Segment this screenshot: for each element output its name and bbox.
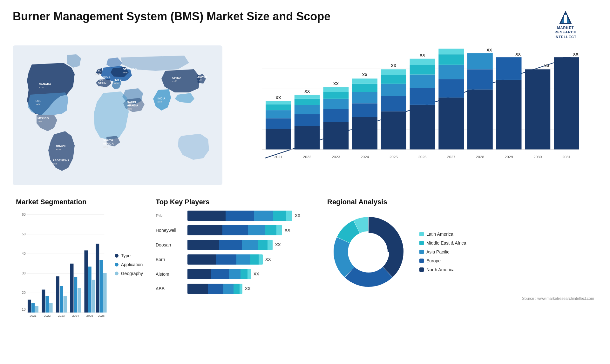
player-row-born: Born XX: [156, 254, 315, 265]
svg-text:xx%: xx%: [123, 71, 127, 74]
map-label-uk: U.K.: [95, 69, 101, 72]
reg-dot-na: [419, 267, 424, 272]
player-bar-wrap-pilz: XX: [187, 211, 315, 221]
svg-rect-109: [45, 296, 49, 313]
map-svg: CANADA xx% U.S. xx% MEXICO xx% BRAZIL xx…: [13, 45, 222, 185]
legend-application: Application: [115, 262, 143, 267]
map-label-italy: ITALY: [114, 78, 122, 82]
svg-text:XX: XX: [333, 82, 339, 86]
svg-text:XX: XX: [304, 89, 310, 94]
svg-text:xx%: xx%: [114, 82, 119, 85]
player-bar-wrap-alstom: XX: [187, 269, 315, 279]
svg-rect-57: [381, 96, 406, 111]
svg-text:xx%: xx%: [197, 79, 202, 82]
segmentation-section: Market Segmentation 60 50 40 30 20 10: [13, 195, 146, 328]
player-bar-pilz: [187, 211, 292, 221]
segmentation-legend: Type Application Geography: [112, 211, 143, 319]
svg-text:xx%: xx%: [56, 148, 61, 151]
svg-rect-78: [467, 69, 493, 89]
svg-text:2022: 2022: [303, 155, 311, 159]
reg-dot-europe: [419, 259, 424, 263]
svg-text:xx%: xx%: [39, 86, 44, 89]
svg-text:xx%: xx%: [37, 120, 42, 123]
svg-text:xx%: xx%: [158, 100, 162, 103]
logo-text: MARKET RESEARCH INTELLECT: [554, 25, 577, 39]
svg-rect-125: [99, 260, 103, 313]
svg-rect-116: [70, 264, 74, 313]
svg-rect-30: [266, 110, 291, 118]
player-name-pilz: Pilz: [156, 213, 184, 218]
svg-rect-120: [84, 250, 88, 313]
svg-rect-46: [323, 87, 349, 92]
svg-text:2024: 2024: [361, 155, 369, 159]
svg-text:2028: 2028: [476, 155, 485, 159]
svg-rect-50: [352, 103, 377, 117]
reg-dot-mea: [419, 241, 424, 245]
players-section: Top Key Players Pilz XX Honeywell: [152, 195, 318, 328]
map-label-spain: SPAIN: [98, 82, 106, 85]
svg-rect-89: [554, 57, 579, 149]
player-value-honeywell: XX: [285, 228, 290, 233]
map-label-canada: CANADA: [39, 83, 51, 86]
svg-rect-37: [295, 105, 320, 114]
world-map: CANADA xx% U.S. xx% MEXICO xx% BRAZIL xx…: [13, 45, 222, 185]
svg-text:XX: XX: [391, 64, 396, 68]
svg-rect-122: [92, 280, 95, 313]
svg-text:xx%: xx%: [98, 85, 103, 88]
svg-rect-113: [60, 286, 63, 313]
players-title: Top Key Players: [156, 198, 315, 206]
svg-rect-39: [295, 95, 320, 99]
svg-text:xx%: xx%: [103, 145, 108, 148]
logo-icon: [556, 10, 575, 25]
player-row-honeywell: Honeywell XX: [156, 225, 315, 235]
svg-text:20: 20: [22, 291, 26, 294]
players-list: Pilz XX Honeywell: [156, 211, 315, 294]
player-row-doosan: Doosan XX: [156, 240, 315, 250]
svg-text:2029: 2029: [505, 155, 513, 159]
player-value-born: XX: [265, 257, 271, 262]
svg-rect-35: [295, 126, 320, 149]
svg-rect-2: [564, 15, 567, 23]
player-value-abb: XX: [245, 286, 250, 291]
player-bar-doosan: [187, 240, 273, 250]
svg-rect-114: [64, 296, 67, 313]
svg-text:xx%: xx%: [95, 72, 100, 75]
map-label-mexico: MEXICO: [37, 117, 49, 120]
svg-text:2026: 2026: [418, 155, 427, 159]
svg-rect-60: [381, 69, 406, 75]
svg-text:30: 30: [22, 271, 26, 275]
map-label-india: INDIA: [158, 97, 166, 100]
svg-rect-77: [467, 90, 493, 150]
map-label-argentina: ARGENTINA: [52, 159, 70, 162]
regional-legend: Latin America Middle East & Africa Asia …: [419, 232, 466, 272]
map-label-us: U.S.: [36, 99, 41, 103]
svg-text:XX: XX: [486, 49, 492, 52]
svg-rect-74: [438, 49, 464, 54]
svg-text:2024: 2024: [72, 314, 79, 317]
map-label-japan: JAPAN: [197, 75, 207, 78]
donut-svg: [327, 211, 410, 293]
player-bar-abb: [187, 284, 242, 294]
player-name-honeywell: Honeywell: [156, 228, 184, 233]
regional-inner: Latin America Middle East & Africa Asia …: [327, 211, 594, 293]
player-bar-wrap-honeywell: XX: [187, 225, 315, 235]
bar-chart: XX 2021 XX 2022 XX 2023 XX 20: [232, 45, 597, 185]
svg-rect-104: [28, 300, 31, 312]
segmentation-title: Market Segmentation: [16, 198, 143, 206]
svg-rect-63: [410, 105, 435, 150]
svg-text:xx%: xx%: [172, 80, 177, 83]
reg-legend-mea: Middle East & Africa: [419, 240, 466, 246]
player-name-alstom: Alstom: [156, 272, 184, 277]
svg-rect-105: [31, 303, 35, 313]
svg-text:50: 50: [22, 232, 26, 236]
player-value-pilz: XX: [295, 213, 300, 218]
bar-chart-svg: XX 2021 XX 2022 XX 2023 XX 20: [245, 49, 591, 172]
svg-text:2027: 2027: [447, 155, 455, 159]
svg-rect-42: [323, 122, 349, 149]
svg-text:AFRICA: AFRICA: [103, 142, 114, 145]
svg-rect-32: [266, 101, 291, 104]
svg-text:2023: 2023: [332, 155, 340, 159]
svg-text:2023: 2023: [58, 314, 65, 317]
map-label-china: CHINA: [172, 76, 181, 79]
svg-text:2022: 2022: [44, 314, 51, 317]
